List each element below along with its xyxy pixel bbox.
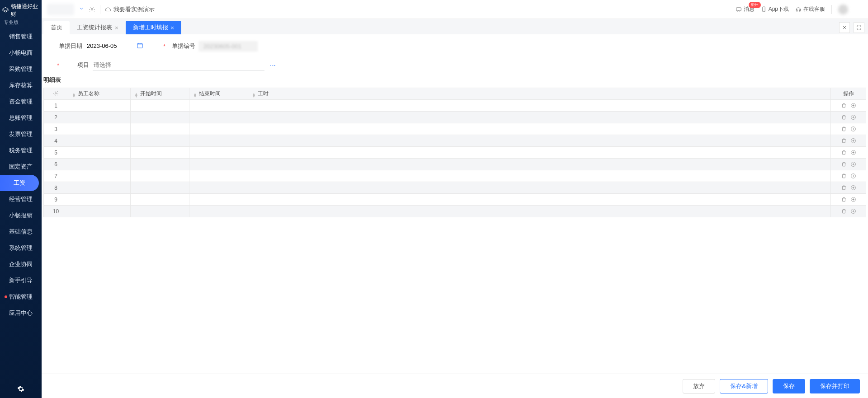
add-row-icon[interactable] — [850, 103, 856, 108]
cell[interactable] — [248, 159, 831, 170]
add-row-icon[interactable] — [850, 126, 856, 132]
delete-icon[interactable] — [841, 208, 847, 214]
add-row-icon[interactable] — [850, 161, 856, 167]
online-service-button[interactable]: 在线客服 — [795, 5, 825, 13]
add-row-icon[interactable] — [850, 185, 856, 191]
close-icon[interactable]: × — [115, 24, 118, 31]
sidebar-item[interactable]: 库存核算 — [0, 77, 42, 94]
cell[interactable] — [68, 147, 131, 159]
cell[interactable] — [68, 206, 131, 217]
sidebar-item[interactable]: 经营管理 — [0, 191, 42, 207]
delete-icon[interactable] — [841, 114, 847, 120]
sidebar-item[interactable]: 销售管理 — [0, 28, 42, 45]
cell[interactable] — [248, 182, 831, 194]
cell[interactable] — [68, 182, 131, 194]
discard-button[interactable]: 放弃 — [683, 379, 715, 393]
cell[interactable] — [248, 123, 831, 135]
app-download-button[interactable]: App下载 — [761, 5, 789, 13]
demo-link[interactable]: 我要看实例演示 — [105, 5, 155, 14]
messages-button[interactable]: 消息 99+ — [736, 5, 755, 13]
sidebar-item[interactable]: 企业协同 — [0, 256, 42, 272]
tab[interactable]: 新增工时填报× — [126, 21, 182, 34]
delete-icon[interactable] — [841, 197, 847, 202]
cell[interactable] — [189, 112, 248, 123]
tab[interactable]: 首页 — [43, 21, 70, 34]
cell[interactable] — [131, 182, 189, 194]
add-row-icon[interactable] — [850, 138, 856, 144]
col-gear[interactable] — [44, 88, 68, 100]
cell[interactable] — [131, 206, 189, 217]
sidebar-item[interactable]: 税务管理 — [0, 142, 42, 159]
delete-icon[interactable] — [841, 173, 847, 179]
sidebar-item[interactable]: 工资 — [0, 175, 39, 191]
date-input[interactable] — [86, 41, 135, 52]
sidebar-item[interactable]: 固定资产 — [0, 159, 42, 175]
sidebar-item[interactable]: 小畅电商 — [0, 45, 42, 61]
cell[interactable] — [68, 100, 131, 112]
sidebar-item[interactable]: 采购管理 — [0, 61, 42, 77]
chevron-down-icon[interactable] — [79, 6, 84, 13]
col-end[interactable]: ▲▼结束时间 — [189, 88, 248, 100]
cell[interactable] — [189, 123, 248, 135]
cell[interactable] — [248, 100, 831, 112]
more-icon[interactable]: ⋯ — [268, 62, 278, 69]
org-selector[interactable] — [47, 4, 74, 15]
col-hours[interactable]: ▲▼工时 — [248, 88, 831, 100]
delete-icon[interactable] — [841, 185, 847, 191]
add-row-icon[interactable] — [850, 197, 856, 202]
user-area[interactable] — [838, 5, 863, 14]
cell[interactable] — [189, 206, 248, 217]
cell[interactable] — [189, 159, 248, 170]
cell[interactable] — [248, 112, 831, 123]
calendar-icon[interactable] — [135, 42, 145, 51]
cell[interactable] — [189, 170, 248, 182]
cell[interactable] — [68, 135, 131, 147]
cell[interactable] — [131, 147, 189, 159]
cell[interactable] — [131, 123, 189, 135]
sidebar-item[interactable]: 资金管理 — [0, 94, 42, 110]
cell[interactable] — [131, 112, 189, 123]
add-row-icon[interactable] — [850, 173, 856, 179]
cell[interactable] — [68, 123, 131, 135]
cell[interactable] — [68, 159, 131, 170]
cell[interactable] — [248, 206, 831, 217]
sidebar-item[interactable]: 新手引导 — [0, 272, 42, 289]
tab[interactable]: 工资统计报表× — [70, 21, 126, 34]
cell[interactable] — [68, 170, 131, 182]
delete-icon[interactable] — [841, 103, 847, 108]
cell[interactable] — [189, 135, 248, 147]
close-icon[interactable]: × — [171, 24, 175, 31]
cell[interactable] — [68, 112, 131, 123]
cell[interactable] — [68, 194, 131, 206]
sidebar-item[interactable]: 智能管理 — [0, 289, 42, 305]
cell[interactable] — [131, 135, 189, 147]
add-row-icon[interactable] — [850, 114, 856, 120]
add-row-icon[interactable] — [850, 150, 856, 155]
cell[interactable] — [189, 194, 248, 206]
cell[interactable] — [248, 147, 831, 159]
cell[interactable] — [248, 194, 831, 206]
sidebar-item[interactable]: 总账管理 — [0, 110, 42, 126]
save-new-button[interactable]: 保存&新增 — [720, 379, 768, 393]
cell[interactable] — [189, 100, 248, 112]
sidebar-item[interactable]: 基础信息 — [0, 224, 42, 240]
save-print-button[interactable]: 保存并打印 — [810, 379, 860, 393]
cell[interactable] — [189, 147, 248, 159]
settings-icon[interactable] — [89, 6, 95, 13]
cell[interactable] — [131, 194, 189, 206]
sidebar-item[interactable]: 系统管理 — [0, 240, 42, 256]
cell[interactable] — [131, 170, 189, 182]
col-employee[interactable]: ▲▼员工名称 — [68, 88, 131, 100]
cell[interactable] — [131, 100, 189, 112]
delete-icon[interactable] — [841, 126, 847, 132]
project-input[interactable] — [93, 60, 264, 70]
sidebar-item[interactable]: 应用中心 — [0, 305, 42, 321]
fullscreen-button[interactable] — [854, 22, 864, 33]
add-row-icon[interactable] — [850, 208, 856, 214]
delete-icon[interactable] — [841, 150, 847, 155]
cell[interactable] — [248, 135, 831, 147]
sidebar-item[interactable]: 发票管理 — [0, 126, 42, 142]
cell[interactable] — [248, 170, 831, 182]
cell[interactable] — [131, 159, 189, 170]
save-button[interactable]: 保存 — [773, 379, 805, 393]
